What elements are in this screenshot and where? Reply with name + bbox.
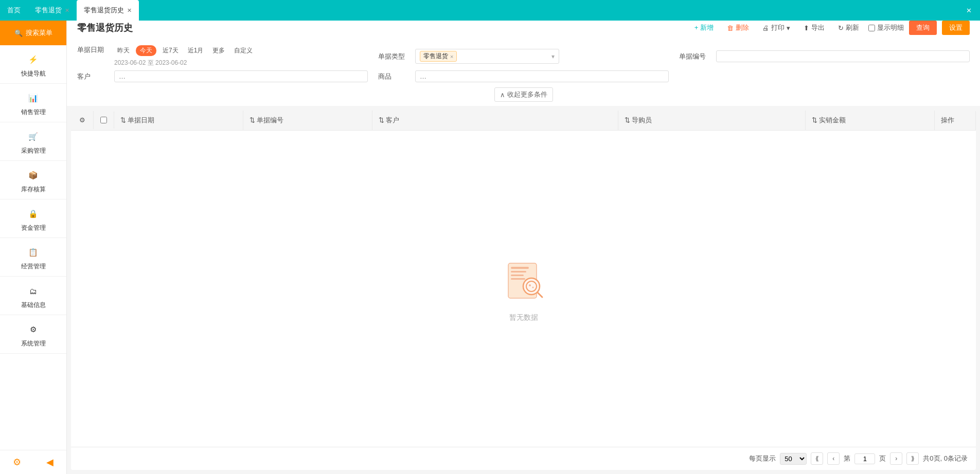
doc-num-label: 单据编号 xyxy=(679,52,712,61)
date-btn-more[interactable]: 更多 xyxy=(209,45,228,56)
date-btn-7days[interactable]: 近7天 xyxy=(159,45,182,56)
table-header: ⚙ ⇅ 单据日期 ⇅ 单据编号 ⇅ 客户 ⇅ xyxy=(71,110,976,131)
tab-retail-return-history[interactable]: 零售退货历史 ✕ xyxy=(77,0,139,21)
date-buttons: 昨天 今天 近7天 近1月 更多 自定义 xyxy=(114,45,256,56)
close-retail-return-tab[interactable]: ✕ xyxy=(65,7,69,14)
finance-icon: 🔒 xyxy=(26,207,41,221)
tab-retail-return[interactable]: 零售退货 ✕ xyxy=(28,0,77,21)
delete-button[interactable]: 🗑 删除 xyxy=(723,21,753,34)
filter-row-1: 单据日期 昨天 今天 近7天 近1月 更多 自定义 2023-06-02 至 2… xyxy=(77,45,970,67)
pagination: 每页显示 50 10 20 100 ⟪ ‹ 第 页 › ⟫ 共0页, 0条记录 xyxy=(71,447,976,470)
collapse-icon: ∧ xyxy=(500,91,505,99)
setting-button[interactable]: 设置 xyxy=(942,21,970,35)
date-btn-yesterday[interactable]: 昨天 xyxy=(114,45,133,56)
print-button[interactable]: 🖨 打印 ▾ xyxy=(758,21,794,34)
th-amount[interactable]: ⇅ 实销金额 xyxy=(806,111,935,130)
th-checkbox[interactable] xyxy=(94,112,114,129)
settings-bottom-icon[interactable]: ⚙ xyxy=(13,457,21,468)
sort-docnum-icon: ⇅ xyxy=(250,116,255,124)
page-last-button[interactable]: ⟫ xyxy=(906,452,919,465)
doc-type-tag-close[interactable]: × xyxy=(450,53,453,60)
date-btn-1month[interactable]: 近1月 xyxy=(185,45,207,56)
sidebar-item-inventory[interactable]: 📦 库存核算 xyxy=(0,161,66,199)
sidebar-item-sales-mgmt[interactable]: 📊 销售管理 xyxy=(0,84,66,122)
th-customer[interactable]: ⇅ 客户 xyxy=(372,111,618,130)
date-btn-custom[interactable]: 自定义 xyxy=(231,45,256,56)
doc-num-filter-group: 单据编号 xyxy=(679,50,970,62)
svg-rect-3 xyxy=(511,275,524,276)
sidebar-item-operations[interactable]: 📋 经营管理 xyxy=(0,238,66,277)
date-btn-today[interactable]: 今天 xyxy=(136,45,156,56)
settings-col-icon: ⚙ xyxy=(79,116,85,124)
doc-type-filter-group: 单据类型 零售退货 × ▾ xyxy=(378,49,669,64)
export-button[interactable]: ⬆ 导出 xyxy=(799,21,829,34)
customer-label: 客户 xyxy=(77,72,110,81)
sidebar: 🔍 搜索菜单 ⚡ 快捷导航 📊 销售管理 🛒 采购管理 📦 库存核算 🔒 资金管… xyxy=(0,21,67,474)
total-info: 共0页, 0条记录 xyxy=(923,454,968,463)
sort-guide-icon: ⇅ xyxy=(625,116,630,124)
sidebar-item-system-mgmt[interactable]: ⚙ 系统管理 xyxy=(0,315,66,354)
new-button[interactable]: + 新增 xyxy=(690,21,718,34)
th-guide[interactable]: ⇅ 导购员 xyxy=(618,111,806,130)
customer-input[interactable] xyxy=(114,70,368,82)
sidebar-item-finance[interactable]: 🔒 资金管理 xyxy=(0,199,66,238)
goods-filter-group: 商品 xyxy=(378,70,669,82)
window-close-button[interactable]: ✕ xyxy=(966,7,980,14)
page-label-pre: 第 xyxy=(844,454,850,463)
tab-home[interactable]: 首页 xyxy=(0,0,28,21)
sort-customer-icon: ⇅ xyxy=(379,116,384,124)
refresh-button[interactable]: ↻ 刷新 xyxy=(834,21,863,34)
sort-amount-icon: ⇅ xyxy=(812,116,817,124)
collapse-sidebar-icon[interactable]: ◀ xyxy=(46,457,54,468)
print-icon: 🖨 xyxy=(762,24,769,32)
empty-state: 暂无数据 xyxy=(71,131,976,447)
filter-area: 单据日期 昨天 今天 近7天 近1月 更多 自定义 2023-06-02 至 2… xyxy=(77,40,970,103)
svg-rect-2 xyxy=(511,271,526,272)
search-icon: 🔍 xyxy=(14,29,23,37)
top-bar: 首页 零售退货 ✕ 零售退货历史 ✕ ✕ xyxy=(0,0,980,21)
content-area: 零售退货历史 + 新增 🗑 删除 🖨 打印 ▾ ⬆ 导出 xyxy=(67,21,980,474)
refresh-icon: ↻ xyxy=(838,24,844,32)
operations-icon: 📋 xyxy=(26,245,41,260)
goods-input[interactable] xyxy=(415,70,669,82)
empty-illustration xyxy=(498,256,549,307)
doc-type-dropdown-icon: ▾ xyxy=(551,53,555,60)
sidebar-item-purchase-mgmt[interactable]: 🛒 采购管理 xyxy=(0,122,66,161)
collapse-filters-button[interactable]: ∧ 收起更多条件 xyxy=(494,87,553,102)
svg-rect-4 xyxy=(511,278,525,280)
show-detail-checkbox[interactable] xyxy=(868,25,875,31)
th-settings[interactable]: ⚙ xyxy=(71,111,94,129)
doc-type-tag: 零售退货 × xyxy=(420,51,457,62)
show-detail-checkbox-label[interactable]: 显示明细 xyxy=(868,23,904,32)
toolbar: + 新增 🗑 删除 🖨 打印 ▾ ⬆ 导出 ↻ xyxy=(690,21,970,35)
date-filter-label: 单据日期 xyxy=(77,45,110,54)
purchase-mgmt-icon: 🛒 xyxy=(26,130,41,144)
sales-mgmt-icon: 📊 xyxy=(26,91,41,105)
th-date[interactable]: ⇅ 单据日期 xyxy=(114,111,243,130)
doc-num-input[interactable] xyxy=(716,50,970,62)
page-number-input[interactable] xyxy=(854,453,875,464)
sidebar-item-basic-info[interactable]: 🗂 基础信息 xyxy=(0,277,66,315)
query-button[interactable]: 查询 xyxy=(909,21,937,35)
page-header-top: 零售退货历史 + 新增 🗑 删除 🖨 打印 ▾ ⬆ 导出 xyxy=(77,21,970,35)
svg-point-8 xyxy=(529,284,531,286)
page-first-button[interactable]: ⟪ xyxy=(811,452,823,465)
inventory-icon: 📦 xyxy=(26,168,41,183)
sidebar-item-quick-nav[interactable]: ⚡ 快捷导航 xyxy=(0,45,66,84)
close-retail-return-history-tab[interactable]: ✕ xyxy=(127,7,132,14)
th-doc-num[interactable]: ⇅ 单据编号 xyxy=(243,111,372,130)
customer-filter-group: 客户 xyxy=(77,70,368,82)
page-size-select[interactable]: 50 10 20 100 xyxy=(780,453,807,465)
date-range-display: 2023-06-02 至 2023-06-02 xyxy=(114,59,256,67)
delete-icon: 🗑 xyxy=(727,24,734,32)
empty-text: 暂无数据 xyxy=(509,313,538,322)
select-all-checkbox[interactable] xyxy=(100,117,107,123)
doc-type-select[interactable]: 零售退货 × ▾ xyxy=(415,49,559,64)
svg-line-7 xyxy=(538,293,542,297)
page-prev-button[interactable]: ‹ xyxy=(827,452,840,465)
sidebar-search[interactable]: 🔍 搜索菜单 xyxy=(0,21,66,45)
page-size-label: 每页显示 xyxy=(749,454,776,463)
svg-rect-1 xyxy=(511,267,529,269)
page-label-post: 页 xyxy=(879,454,886,463)
page-next-button[interactable]: › xyxy=(890,452,902,465)
